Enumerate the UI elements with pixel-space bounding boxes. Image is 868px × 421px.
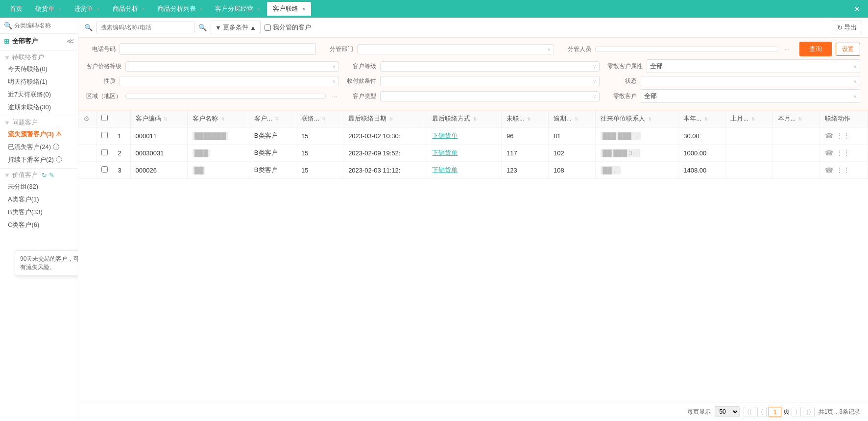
nav-purchase[interactable]: 进货单 × xyxy=(68,2,106,16)
td-checkbox-0 xyxy=(96,127,113,145)
sidebar-item-overdue-contact[interactable]: 逾期未联络(30) xyxy=(0,101,78,114)
th-last-month[interactable]: 上月... ⇅ xyxy=(725,110,772,127)
query-button[interactable]: 查询 xyxy=(799,42,832,56)
sidebar-item-ungrouped[interactable]: 未分组(32) xyxy=(0,180,78,193)
th-type[interactable]: 客户... ⇅ xyxy=(249,110,296,127)
filter-retail-customer-select[interactable]: 全部 ∨ xyxy=(641,89,860,103)
close-customer-tier-icon[interactable]: × xyxy=(257,6,260,12)
last-method-link-1[interactable]: 下销货单 xyxy=(432,149,458,156)
last-page-button[interactable]: ⟩⟩ xyxy=(803,407,815,417)
more-conditions-button[interactable]: ▼ 更多条件 ▲ xyxy=(211,21,261,34)
last-method-link-0[interactable]: 下销货单 xyxy=(432,132,458,139)
row-checkbox-2[interactable] xyxy=(101,166,108,173)
sidebar-search-input[interactable] xyxy=(14,22,78,29)
sidebar-all-customers[interactable]: ⊞ 全部客户 ≪ xyxy=(0,34,78,49)
td-overdue-0: 81 xyxy=(549,127,596,145)
total-info: 共1页，3条记录 xyxy=(819,408,860,416)
refresh-value-icon[interactable]: ↻ xyxy=(42,172,47,179)
sidebar-item-b-class[interactable]: B类客户(33) xyxy=(0,206,78,219)
th-last-date[interactable]: 最后联络日期 ⇅ xyxy=(343,110,427,127)
th-overdue[interactable]: 逾期... ⇅ xyxy=(549,110,596,127)
close-customer-contact-icon[interactable]: × xyxy=(302,6,305,12)
nav-customer-tier[interactable]: 客户分层经营 × xyxy=(209,2,266,16)
filter-nature-select[interactable]: ∨ xyxy=(120,76,339,86)
th-unit-contact[interactable]: 往来单位联系人 ⇅ xyxy=(596,110,678,127)
close-sales-icon[interactable]: × xyxy=(58,6,61,12)
td-last-method-0[interactable]: 下销货单 xyxy=(427,127,502,145)
td-last-method-1[interactable]: 下销货单 xyxy=(427,145,502,162)
contact-action-icon-1[interactable]: ☎ xyxy=(825,149,833,157)
last-method-link-2[interactable]: 下销货单 xyxy=(432,166,458,173)
settings-button[interactable]: 设置 xyxy=(836,43,860,56)
filter-search-input[interactable] xyxy=(96,22,194,33)
filter-manager-select[interactable] xyxy=(595,47,778,51)
filter-dept-select[interactable]: ∨ xyxy=(357,44,554,54)
my-customers-checkbox[interactable]: 我分管的客户 xyxy=(265,23,311,32)
filter-phone-input[interactable] xyxy=(120,43,316,55)
contact-action-icon-2[interactable]: ☎ xyxy=(825,166,833,174)
close-product-analysis-icon[interactable]: × xyxy=(142,6,145,12)
overdue-sort-icon: ⇅ xyxy=(575,117,579,122)
sidebar-item-c-class[interactable]: C类客户(6) xyxy=(0,219,78,231)
th-contacts[interactable]: 联络... ⇅ xyxy=(296,110,343,127)
sidebar-item-tomorrow-contact[interactable]: 明天待联络(1) xyxy=(0,75,78,88)
th-name[interactable]: 客户名称 ⇅ xyxy=(188,110,249,127)
next-page-button[interactable]: ⟩ xyxy=(792,407,801,417)
page-word: 页 xyxy=(783,407,790,416)
nav-customer-tier-label: 客户分层经营 xyxy=(215,4,253,13)
th-code[interactable]: 客户编码 ⇅ xyxy=(130,110,188,127)
td-name-1: ███ xyxy=(188,145,249,162)
nav-product-analysis-list[interactable]: 商品分析列表 × xyxy=(152,2,209,16)
nav-sales[interactable]: 销货单 × xyxy=(29,2,67,16)
sidebar-item-a-class[interactable]: A类客户(1) xyxy=(0,193,78,206)
more-action-icon-2[interactable]: ⋮⋮ xyxy=(836,166,850,174)
close-product-analysis-list-icon[interactable]: × xyxy=(200,6,203,12)
filter-phone: 电话号码 xyxy=(86,43,316,55)
th-last-method[interactable]: 最后联络方式 ⇅ xyxy=(427,110,502,127)
th-uncontacted[interactable]: 未联... ⇅ xyxy=(501,110,548,127)
more-action-icon-1[interactable]: ⋮⋮ xyxy=(836,149,850,157)
nav-home[interactable]: 首页 xyxy=(4,2,28,16)
price-level-chevron-icon: ∨ xyxy=(332,64,336,69)
td-last-method-2[interactable]: 下销货单 xyxy=(427,162,502,179)
filter-price-level-select[interactable]: ∨ xyxy=(125,61,339,72)
sidebar-item-today-contact[interactable]: 今天待联络(0) xyxy=(0,63,78,75)
export-button[interactable]: ↻ 导出 xyxy=(832,21,862,34)
sidebar-item-churned[interactable]: 已流失客户(24) ⓘ xyxy=(0,141,78,153)
select-all-checkbox[interactable] xyxy=(101,115,108,121)
prev-page-button[interactable]: ⟨ xyxy=(757,407,767,417)
sidebar-item-week-contact[interactable]: 近7天待联络(0) xyxy=(0,88,78,101)
sidebar-section-problem: ▼ 问题客户 xyxy=(0,116,78,128)
first-page-button[interactable]: ⟨⟨ xyxy=(744,407,755,417)
filter-retail-attr-select[interactable]: 全部 ∨ xyxy=(647,59,860,73)
manager-more-icon[interactable]: ··· xyxy=(782,44,792,55)
nav-product-analysis[interactable]: 商品分析 × xyxy=(107,2,151,16)
sidebar-item-churn-warning[interactable]: 流失预警客户(3) ⚠ xyxy=(0,128,78,141)
filter-payment-select[interactable]: ∨ xyxy=(380,76,600,86)
region-more-icon[interactable]: ··· xyxy=(330,91,339,102)
filter-search-button[interactable]: 🔍 xyxy=(198,24,207,31)
more-action-icon-0[interactable]: ⋮⋮ xyxy=(836,132,850,140)
contact-action-icon-0[interactable]: ☎ xyxy=(825,132,833,140)
edit-value-icon[interactable]: ✎ xyxy=(49,172,54,179)
filter-customer-type-select[interactable]: ∨ xyxy=(380,91,600,101)
close-purchase-icon[interactable]: × xyxy=(97,6,100,12)
gear-icon[interactable]: ⚙ xyxy=(83,115,90,123)
row-checkbox-0[interactable] xyxy=(101,132,108,138)
my-customers-check[interactable] xyxy=(265,25,271,31)
filter-search-icon: 🔍 xyxy=(84,24,93,31)
filter-customer-level-select[interactable]: ∨ xyxy=(380,61,600,72)
this-year-sort-icon: ⇅ xyxy=(704,117,708,122)
filter-manager-label: 分管人员 xyxy=(562,45,591,53)
filter-payment-label: 收付款条件 xyxy=(347,77,376,85)
th-this-month[interactable]: 本月... ⇅ xyxy=(772,110,820,127)
sidebar-item-declining[interactable]: 持续下滑客户(2) ⓘ xyxy=(0,153,78,166)
row-checkbox-1[interactable] xyxy=(101,149,108,155)
page-size-select[interactable]: 50 100 200 xyxy=(715,406,740,417)
th-gear[interactable]: ⚙ xyxy=(78,110,96,127)
nav-customer-contact[interactable]: 客户联络 × xyxy=(267,2,311,16)
filter-region-select[interactable] xyxy=(125,94,326,99)
filter-status-select[interactable]: ∨ xyxy=(641,76,860,86)
th-this-year[interactable]: 本年... ⇅ xyxy=(678,110,725,127)
close-all-button[interactable]: ✕ xyxy=(850,2,864,16)
